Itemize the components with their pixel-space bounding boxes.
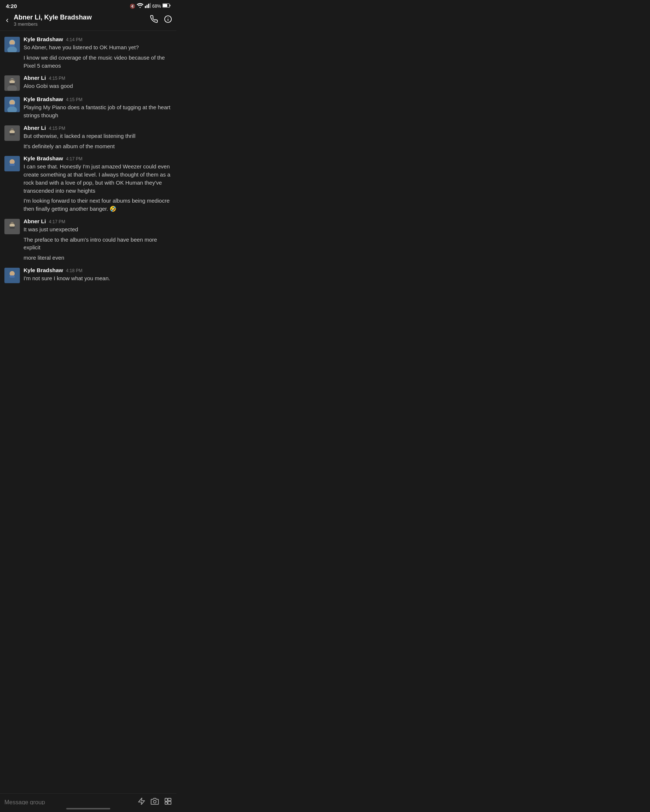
svg-rect-42 xyxy=(9,275,15,278)
header-title-block: Abner Li, Kyle Bradshaw 3 members xyxy=(14,14,150,27)
svg-rect-21 xyxy=(9,83,15,85)
sender-line: Kyle Bradshaw 4:17 PM xyxy=(23,155,172,162)
wifi-icon xyxy=(137,3,143,9)
sender-name: Kyle Bradshaw xyxy=(23,36,63,42)
back-button[interactable]: ‹ xyxy=(5,14,10,26)
avatar xyxy=(5,37,20,52)
message-time: 4:15 PM xyxy=(49,126,66,131)
sender-name: Kyle Bradshaw xyxy=(23,155,63,162)
status-icons: 🔇 68% xyxy=(130,3,171,9)
message-text: The preface to the album's intro could h… xyxy=(23,236,172,252)
svg-rect-5 xyxy=(163,4,167,7)
message-content: Abner Li 4:15 PM But otherwise, it lacke… xyxy=(23,125,172,150)
message-text: So Abner, have you listened to OK Human … xyxy=(23,43,172,52)
svg-point-41 xyxy=(9,271,15,276)
message-group: Kyle Bradshaw 4:14 PM So Abner, have you… xyxy=(0,34,177,72)
sender-line: Abner Li 4:17 PM xyxy=(23,218,172,224)
sender-line: Kyle Bradshaw 4:18 PM xyxy=(23,267,172,273)
message-text: Aloo Gobi was good xyxy=(23,82,172,90)
call-button[interactable] xyxy=(150,15,158,25)
avatar xyxy=(5,268,20,283)
message-group: Kyle Bradshaw 4:15 PM Playing My Piano d… xyxy=(0,94,177,122)
message-time: 4:18 PM xyxy=(66,268,83,273)
sender-name: Abner Li xyxy=(23,75,46,81)
message-content: Kyle Bradshaw 4:15 PM Playing My Piano d… xyxy=(23,96,172,119)
message-text: I know we did coverage of the music vide… xyxy=(23,54,172,70)
sender-line: Kyle Bradshaw 4:14 PM xyxy=(23,36,172,42)
message-time: 4:15 PM xyxy=(66,97,83,102)
chat-title: Abner Li, Kyle Bradshaw xyxy=(14,14,150,21)
svg-rect-0 xyxy=(145,6,146,8)
sender-line: Abner Li 4:15 PM xyxy=(23,125,172,131)
message-time: 4:17 PM xyxy=(66,156,83,162)
header-actions xyxy=(150,15,172,25)
signal-icon xyxy=(145,3,151,9)
message-group: Abner Li 4:17 PM It was just unexpected … xyxy=(0,216,177,264)
message-time: 4:15 PM xyxy=(49,76,66,81)
message-content: Abner Li 4:15 PM Aloo Gobi was good xyxy=(23,75,172,90)
svg-rect-1 xyxy=(146,5,147,8)
chat-header: ‹ Abner Li, Kyle Bradshaw 3 members xyxy=(0,11,177,31)
svg-rect-3 xyxy=(150,3,151,8)
avatar xyxy=(5,97,20,112)
battery-icon xyxy=(163,3,171,9)
svg-rect-31 xyxy=(9,133,15,135)
avatar xyxy=(5,156,20,171)
sender-line: Abner Li 4:15 PM xyxy=(23,75,172,81)
avatar xyxy=(5,219,20,234)
svg-rect-6 xyxy=(170,5,171,6)
svg-point-33 xyxy=(9,159,15,164)
svg-rect-2 xyxy=(148,4,149,8)
svg-rect-34 xyxy=(9,164,15,166)
status-bar: 4:20 🔇 68% xyxy=(0,0,177,11)
battery-percent: 68% xyxy=(152,4,161,9)
svg-rect-14 xyxy=(9,44,15,47)
info-button[interactable] xyxy=(164,15,172,25)
message-text: It was just unexpected xyxy=(23,226,172,234)
messages-container: Kyle Bradshaw 4:14 PM So Abner, have you… xyxy=(0,31,177,319)
message-group: Kyle Bradshaw 4:17 PM I can see that. Ho… xyxy=(0,153,177,215)
message-text: I'm not sure I know what you mean. xyxy=(23,274,172,282)
sender-name: Kyle Bradshaw xyxy=(23,267,63,273)
message-text: It's definitely an album of the moment xyxy=(23,142,172,150)
message-content: Kyle Bradshaw 4:17 PM I can see that. Ho… xyxy=(23,155,172,213)
message-time: 4:17 PM xyxy=(49,219,66,224)
message-content: Kyle Bradshaw 4:14 PM So Abner, have you… xyxy=(23,36,172,70)
svg-rect-39 xyxy=(9,226,15,229)
sender-name: Kyle Bradshaw xyxy=(23,96,63,102)
avatar xyxy=(5,125,20,141)
message-text: Playing My Piano does a fantastic job of… xyxy=(23,103,172,119)
sender-line: Kyle Bradshaw 4:15 PM xyxy=(23,96,172,102)
message-text: more literal even xyxy=(23,254,172,262)
sender-name: Abner Li xyxy=(23,125,46,131)
svg-rect-26 xyxy=(9,104,15,107)
message-text: I'm looking forward to their next four a… xyxy=(23,197,172,213)
message-content: Kyle Bradshaw 4:18 PM I'm not sure I kno… xyxy=(23,267,172,282)
message-group: Kyle Bradshaw 4:18 PM I'm not sure I kno… xyxy=(0,265,177,285)
svg-point-13 xyxy=(9,40,15,45)
status-time: 4:20 xyxy=(6,3,17,9)
message-group: Abner Li 4:15 PM But otherwise, it lacke… xyxy=(0,122,177,153)
message-group: Abner Li 4:15 PM Aloo Gobi was good xyxy=(0,72,177,93)
message-time: 4:14 PM xyxy=(66,37,83,42)
chat-subtitle: 3 members xyxy=(14,21,150,27)
sender-name: Abner Li xyxy=(23,218,46,224)
avatar xyxy=(5,75,20,91)
svg-point-25 xyxy=(9,100,15,105)
message-text: I can see that. Honestly I'm just amazed… xyxy=(23,163,172,195)
message-content: Abner Li 4:17 PM It was just unexpected … xyxy=(23,218,172,262)
mute-icon: 🔇 xyxy=(130,4,135,9)
message-text: But otherwise, it lacked a repeat listen… xyxy=(23,132,172,140)
